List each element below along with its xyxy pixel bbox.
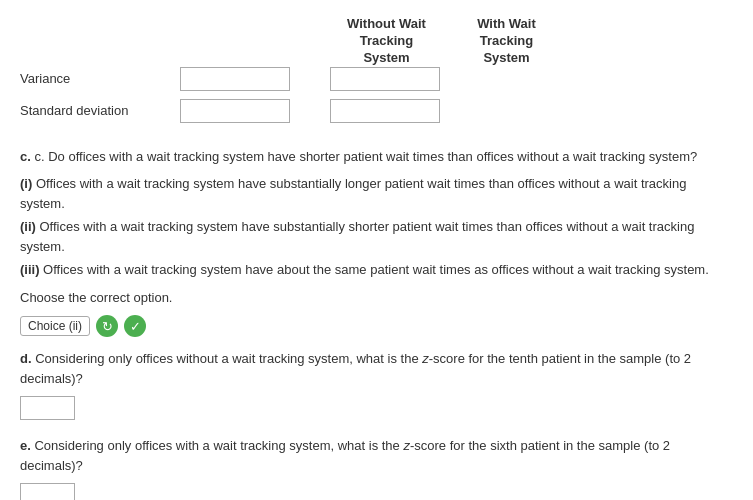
option-i-label: (i) bbox=[20, 176, 32, 191]
part-d-input[interactable] bbox=[20, 396, 75, 420]
variance-row: Variance bbox=[20, 67, 733, 91]
stddev-with-cell[interactable] bbox=[330, 99, 440, 123]
option-ii: (ii) Offices with a wait tracking system… bbox=[20, 217, 733, 256]
option-ii-text: Offices with a wait tracking system have… bbox=[20, 219, 694, 254]
instruction-text: Choose the correct option. bbox=[20, 288, 733, 308]
part-e-section: e. Considering only offices with a wait … bbox=[20, 436, 733, 500]
part-d-question: d. Considering only offices without a wa… bbox=[20, 349, 733, 388]
check-icon: ✓ bbox=[124, 315, 146, 337]
part-d-section: d. Considering only offices without a wa… bbox=[20, 349, 733, 428]
stats-table: Without WaitTracking System With WaitTra… bbox=[20, 16, 733, 131]
options-block: (i) Offices with a wait tracking system … bbox=[20, 174, 733, 280]
part-d-label: d. bbox=[20, 351, 32, 366]
refresh-icon[interactable]: ↻ bbox=[96, 315, 118, 337]
variance-with-input[interactable] bbox=[330, 67, 440, 91]
stddev-row: Standard deviation bbox=[20, 99, 733, 123]
option-iii-label: (iii) bbox=[20, 262, 40, 277]
stddev-label: Standard deviation bbox=[20, 103, 180, 118]
col-header-without: Without WaitTracking System bbox=[327, 16, 447, 67]
choice-badge: Choice (ii) bbox=[20, 316, 90, 336]
variance-label: Variance bbox=[20, 71, 180, 86]
stddev-with-input[interactable] bbox=[330, 99, 440, 123]
part-e-question: e. Considering only offices with a wait … bbox=[20, 436, 733, 475]
part-c-label: c. bbox=[20, 149, 31, 164]
stddev-without-cell[interactable] bbox=[180, 99, 290, 123]
option-iii: (iii) Offices with a wait tracking syste… bbox=[20, 260, 733, 280]
part-e-text: Considering only offices with a wait tra… bbox=[20, 438, 670, 473]
option-i: (i) Offices with a wait tracking system … bbox=[20, 174, 733, 213]
part-e-input[interactable] bbox=[20, 483, 75, 500]
option-i-text: Offices with a wait tracking system have… bbox=[20, 176, 686, 211]
stddev-without-input[interactable] bbox=[180, 99, 290, 123]
col-header-with: With WaitTracking System bbox=[447, 16, 567, 67]
part-c-text: c. Do offices with a wait tracking syste… bbox=[34, 149, 697, 164]
part-d-text: Considering only offices without a wait … bbox=[20, 351, 691, 386]
variance-without-cell[interactable] bbox=[180, 67, 290, 91]
variance-with-cell[interactable] bbox=[330, 67, 440, 91]
part-e-label: e. bbox=[20, 438, 31, 453]
option-ii-label: (ii) bbox=[20, 219, 36, 234]
variance-without-input[interactable] bbox=[180, 67, 290, 91]
option-iii-text: Offices with a wait tracking system have… bbox=[40, 262, 709, 277]
part-c-question: c. c. Do offices with a wait tracking sy… bbox=[20, 147, 733, 167]
choose-instruction: Choose the correct option. bbox=[20, 288, 733, 308]
choice-row: Choice (ii) ↻ ✓ bbox=[20, 315, 733, 337]
